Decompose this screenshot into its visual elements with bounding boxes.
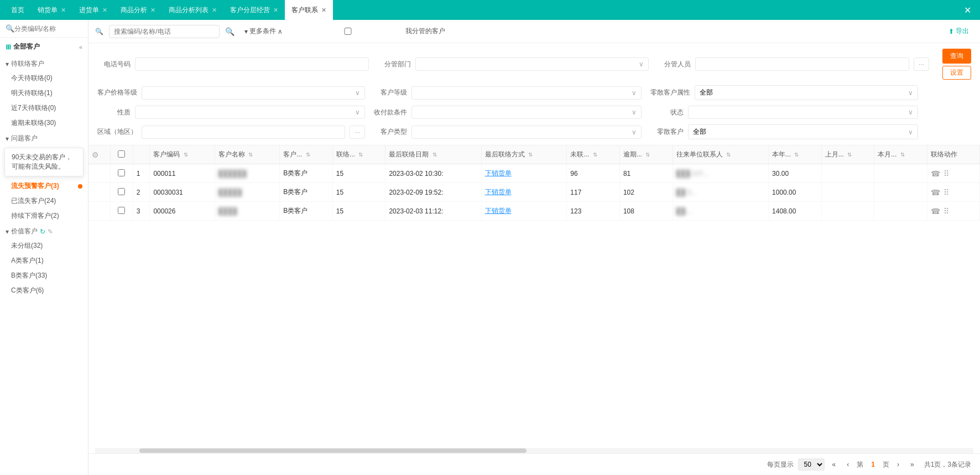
sort-icon[interactable]: ⇅: [306, 152, 310, 158]
sidebar-item-churn-warning[interactable]: 流失预警客户(3): [0, 179, 88, 194]
sort-icon[interactable]: ⇅: [847, 152, 852, 158]
col-last-date[interactable]: 最后联络日期 ⇅: [385, 145, 481, 164]
sort-icon[interactable]: ⇅: [432, 152, 437, 158]
first-page-btn[interactable]: «: [829, 460, 840, 469]
col-name[interactable]: 客户名称 ⇅: [215, 145, 279, 164]
last-method-link[interactable]: 下销货单: [485, 207, 512, 215]
search-submit-icon[interactable]: 🔍: [225, 27, 234, 36]
prev-page-btn[interactable]: ‹: [843, 460, 852, 469]
col-level[interactable]: 客户... ⇅: [280, 145, 333, 164]
last-page-btn[interactable]: »: [907, 460, 918, 469]
customer-level-select[interactable]: ∨: [411, 86, 642, 100]
close-analysis-tab[interactable]: ✕: [150, 7, 155, 14]
nav-home[interactable]: 首页: [4, 0, 31, 20]
close-customer-tier-tab[interactable]: ✕: [273, 7, 278, 14]
export-btn[interactable]: ⬆ 导出: [944, 24, 973, 38]
my-customers-checkbox-label[interactable]: 我分管的客户: [293, 27, 445, 36]
close-analysis-list-tab[interactable]: ✕: [212, 7, 217, 14]
phone-input[interactable]: [135, 58, 369, 71]
col-contact-person[interactable]: 往来单位联系人 ⇅: [673, 145, 769, 164]
status-select[interactable]: ∨: [688, 106, 918, 119]
price-level-select[interactable]: ∨: [142, 86, 365, 100]
sort-icon[interactable]: ⇅: [645, 152, 650, 158]
sidebar-item-b-class[interactable]: B类客户(33): [0, 268, 88, 283]
sidebar-item-declining[interactable]: 持续下滑客户(2): [0, 208, 88, 223]
settings-icon[interactable]: ⚙: [92, 150, 99, 159]
region-input[interactable]: [142, 126, 345, 139]
col-last-method[interactable]: 最后联络方式 ⇅: [481, 145, 567, 164]
more-conditions-btn[interactable]: ▾ 更多条件 ∧: [240, 24, 287, 38]
region-dots-btn[interactable]: ···: [350, 126, 365, 139]
horizontal-scrollbar[interactable]: [95, 448, 973, 453]
col-this-year[interactable]: 本年... ⇅: [769, 145, 822, 164]
sidebar-all-customers[interactable]: ⊞ 全部客户 «: [0, 38, 88, 56]
close-customer-contact-tab[interactable]: ✕: [321, 7, 326, 14]
sidebar-collapse-btn[interactable]: «: [79, 44, 82, 50]
col-contact[interactable]: 联络... ⇅: [332, 145, 385, 164]
sidebar-item-overdue[interactable]: 逾期未联络(30): [0, 116, 88, 131]
dept-select[interactable]: ∨: [415, 58, 649, 71]
close-purchase-tab[interactable]: ✕: [102, 7, 107, 14]
scrollbar-thumb[interactable]: [139, 448, 527, 453]
retail-attr-select[interactable]: 全部 ∨: [695, 85, 918, 100]
col-overdue[interactable]: 逾期... ⇅: [619, 145, 673, 164]
col-uncontacted[interactable]: 未联... ⇅: [567, 145, 620, 164]
global-close-button[interactable]: ✕: [960, 5, 976, 15]
nav-analysis-list[interactable]: 商品分析列表 ✕: [162, 0, 223, 20]
row-action-contact[interactable]: ☎: [931, 188, 940, 197]
sort-icon[interactable]: ⇅: [593, 152, 597, 158]
sidebar-item-today-pending[interactable]: 今天待联络(0): [0, 71, 88, 86]
sidebar-item-ungrouped[interactable]: 未分组(32): [0, 238, 88, 253]
sidebar-item-a-class[interactable]: A类客户(1): [0, 253, 88, 268]
col-settings[interactable]: ⚙: [88, 145, 111, 164]
sort-icon[interactable]: ⇅: [794, 152, 799, 158]
manager-input[interactable]: [695, 58, 909, 71]
refresh-icon[interactable]: ↻: [40, 228, 45, 236]
select-all-checkbox[interactable]: [118, 150, 125, 158]
nav-analysis[interactable]: 商品分析 ✕: [114, 0, 162, 20]
settings-button[interactable]: 设置: [942, 66, 971, 80]
nav-customer-tier[interactable]: 客户分层经营 ✕: [223, 0, 285, 20]
close-sales-tab[interactable]: ✕: [61, 7, 66, 14]
customer-type-select[interactable]: ∨: [411, 126, 642, 139]
last-method-link[interactable]: 下销货单: [485, 169, 512, 177]
nav-purchase[interactable]: 进货单 ✕: [72, 0, 114, 20]
retail-customer-select[interactable]: 全部 ∨: [688, 124, 918, 139]
sidebar-item-c-class[interactable]: C类客户(6): [0, 283, 88, 298]
sidebar-search-input[interactable]: [14, 25, 88, 33]
sidebar-item-churned[interactable]: 已流失客户(24): [0, 194, 88, 208]
row-action-more[interactable]: ⠿: [943, 188, 949, 197]
sidebar-group-value[interactable]: ▾ 价值客户 ↻ ✎: [0, 223, 88, 238]
sort-icon[interactable]: ⇅: [358, 152, 363, 158]
sidebar-group-problem[interactable]: ▾ 问题客户: [0, 131, 88, 145]
col-this-month[interactable]: 本月... ⇅: [874, 145, 927, 164]
col-code[interactable]: 客户编码 ⇅: [150, 145, 215, 164]
nav-sales[interactable]: 销货单 ✕: [31, 0, 72, 20]
nav-customer-contact[interactable]: 客户联系 ✕: [285, 0, 333, 20]
nature-select[interactable]: ∨: [135, 106, 365, 119]
page-size-select[interactable]: 50: [798, 458, 825, 471]
row-action-contact[interactable]: ☎: [931, 207, 940, 216]
payment-select[interactable]: ∨: [411, 106, 642, 119]
next-page-btn[interactable]: ›: [894, 460, 903, 469]
sort-icon[interactable]: ⇅: [900, 152, 905, 158]
sort-icon[interactable]: ⇅: [248, 152, 253, 158]
row-action-contact[interactable]: ☎: [931, 169, 940, 178]
sort-icon[interactable]: ⇅: [184, 152, 188, 158]
row-action-more[interactable]: ⠿: [943, 207, 949, 216]
sort-icon[interactable]: ⇅: [528, 152, 533, 158]
sort-icon[interactable]: ⇅: [726, 152, 731, 158]
sidebar-item-tomorrow-pending[interactable]: 明天待联络(1): [0, 86, 88, 101]
query-button[interactable]: 查询: [942, 49, 971, 64]
edit-icon[interactable]: ✎: [48, 228, 53, 236]
search-input[interactable]: [109, 25, 220, 38]
sidebar-item-week-pending[interactable]: 近7天待联络(0): [0, 101, 88, 116]
col-last-month[interactable]: 上月... ⇅: [821, 145, 874, 164]
row-checkbox[interactable]: [118, 169, 125, 176]
sidebar-group-pending[interactable]: ▾ 待联络客户: [0, 56, 88, 71]
my-customers-checkbox[interactable]: [293, 28, 403, 35]
row-action-more[interactable]: ⠿: [943, 169, 949, 178]
row-checkbox[interactable]: [118, 207, 125, 214]
manager-dots-btn[interactable]: ···: [914, 58, 929, 71]
last-method-link[interactable]: 下销货单: [485, 188, 512, 196]
